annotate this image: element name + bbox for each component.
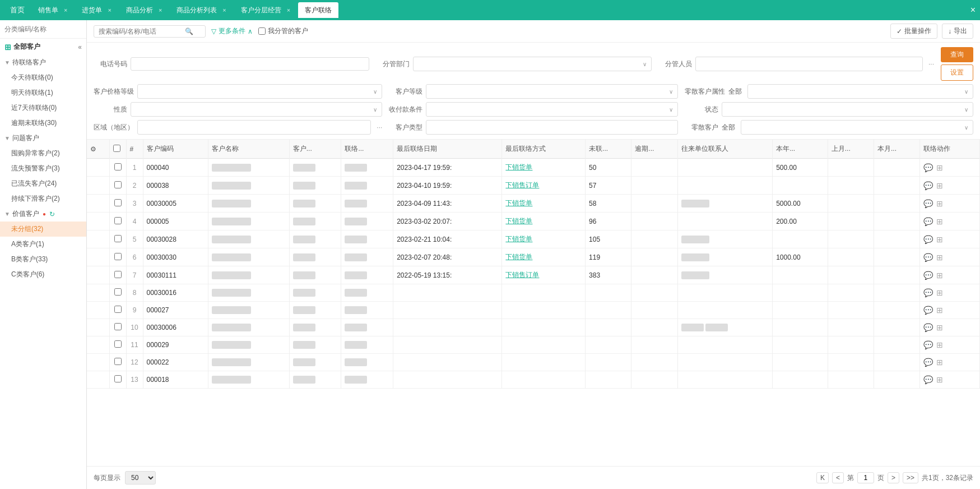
check-cell[interactable] — [109, 354, 126, 371]
sidebar-search-input[interactable] — [4, 25, 87, 33]
check-cell[interactable] — [109, 266, 126, 284]
select-all-checkbox[interactable] — [113, 145, 120, 152]
row-checkbox[interactable] — [114, 340, 122, 348]
qr-icon[interactable]: ⊞ — [936, 340, 943, 349]
sidebar-item-ungroup[interactable]: 未分组(32) — [0, 222, 86, 237]
search-input[interactable] — [99, 27, 183, 35]
row-checkbox[interactable] — [114, 358, 122, 365]
row-checkbox[interactable] — [114, 163, 122, 170]
check-cell[interactable] — [109, 248, 126, 266]
message-icon[interactable]: 💬 — [923, 340, 933, 349]
row-checkbox[interactable] — [114, 181, 122, 188]
unlisted-col-header[interactable]: 未联... — [586, 140, 631, 159]
close-purchase-tab[interactable]: × — [108, 7, 111, 13]
next-page-button[interactable]: > — [888, 472, 899, 483]
row-checkbox[interactable] — [114, 235, 122, 242]
row-checkbox[interactable] — [114, 375, 122, 382]
message-icon[interactable]: 💬 — [923, 288, 933, 297]
my-customers-check[interactable] — [258, 27, 266, 35]
tab-product-analysis[interactable]: 商品分析 × — [119, 2, 169, 18]
check-cell[interactable] — [109, 319, 126, 336]
qr-icon[interactable]: ⊞ — [936, 217, 943, 226]
sidebar-item-tomorrow[interactable]: 明天待联络(1) — [0, 85, 86, 100]
batch-operations-button[interactable]: ✓ 批量操作 — [890, 24, 937, 39]
tab-product-analysis-list[interactable]: 商品分析列表 × — [170, 2, 233, 18]
last-contact-date-col-header[interactable]: 最后联络日期 — [393, 140, 502, 159]
person-select[interactable] — [695, 57, 923, 71]
collapse-icon[interactable]: « — [78, 43, 82, 51]
tab-purchase[interactable]: 进货单 × — [75, 2, 118, 18]
contacts-col-header[interactable]: 往来单位联系人 — [677, 140, 773, 159]
window-close-button[interactable]: × — [970, 5, 976, 15]
sidebar-group-pending[interactable]: ▼ 待联络客户 — [0, 55, 86, 70]
message-icon[interactable]: 💬 — [923, 181, 933, 190]
contact-col-header[interactable]: 联络... — [341, 140, 393, 159]
last-month-col-header[interactable]: 上月... — [828, 140, 874, 159]
check-cell[interactable] — [109, 177, 126, 195]
message-icon[interactable]: 💬 — [923, 306, 933, 315]
this-month-col-header[interactable]: 本月... — [874, 140, 920, 159]
message-icon[interactable]: 💬 — [923, 253, 933, 262]
message-icon[interactable]: 💬 — [923, 217, 933, 226]
check-cell[interactable] — [109, 159, 126, 177]
customer-type-select[interactable] — [426, 120, 677, 135]
qr-icon[interactable]: ⊞ — [936, 253, 943, 262]
name-col-header[interactable]: 客户名称 — [208, 140, 289, 159]
last-method-link[interactable]: 下销售订单 — [505, 181, 539, 189]
message-icon[interactable]: 💬 — [923, 163, 933, 172]
region-select[interactable] — [137, 120, 371, 135]
close-sales-tab[interactable]: × — [64, 7, 67, 13]
refresh-icon[interactable]: ↻ — [49, 210, 55, 218]
sidebar-item-lost[interactable]: 已流失客户(24) — [0, 176, 86, 191]
last-method-link[interactable]: 下销售订单 — [505, 271, 539, 279]
check-col-header[interactable] — [109, 140, 126, 159]
qr-icon[interactable]: ⊞ — [936, 199, 943, 208]
dots-icon[interactable]: ··· — [928, 60, 934, 68]
check-cell[interactable] — [109, 230, 126, 248]
payment-select[interactable]: ∨ — [426, 102, 677, 117]
nature-select[interactable]: ∨ — [131, 102, 382, 117]
overdue-col-header[interactable]: 逾期... — [631, 140, 677, 159]
sidebar-item-class-c[interactable]: C类客户(6) — [0, 267, 86, 282]
sidebar-group-value[interactable]: ▼ 价值客户 ● ↻ — [0, 206, 86, 222]
close-customer-segment-tab[interactable]: × — [287, 7, 290, 13]
tab-customer-contact[interactable]: 客户联络 — [298, 2, 338, 18]
last-method-link[interactable]: 下销货单 — [505, 235, 532, 243]
search-icon[interactable]: 🔍 — [185, 27, 193, 35]
last-page-button[interactable]: >> — [903, 472, 918, 483]
sidebar-item-warning[interactable]: 流失预警客户(3) — [0, 161, 86, 176]
dept-select[interactable]: ∨ — [413, 57, 652, 71]
row-checkbox[interactable] — [114, 306, 122, 313]
sidebar-item-class-a[interactable]: A类客户(1) — [0, 237, 86, 252]
last-method-link[interactable]: 下销货单 — [505, 253, 532, 261]
row-checkbox[interactable] — [114, 217, 122, 224]
code-col-header[interactable]: 客户编码 — [143, 140, 208, 159]
more-conditions-button[interactable]: ▽ 更多条件 ∧ — [211, 26, 253, 36]
qr-icon[interactable]: ⊞ — [936, 271, 943, 280]
qr-icon[interactable]: ⊞ — [936, 323, 943, 332]
my-customers-checkbox[interactable]: 我分管的客户 — [258, 26, 308, 36]
row-checkbox[interactable] — [114, 288, 122, 296]
sidebar-item-abnormal[interactable]: 囤购异常客户(2) — [0, 146, 86, 161]
message-icon[interactable]: 💬 — [923, 199, 933, 208]
message-icon[interactable]: 💬 — [923, 323, 933, 332]
retail-customer-select[interactable]: ∨ — [741, 120, 973, 135]
page-input[interactable] — [857, 472, 874, 483]
tab-sales[interactable]: 销售单 × — [31, 2, 74, 18]
sidebar-group-problem[interactable]: ▼ 问题客户 — [0, 131, 86, 146]
check-cell[interactable] — [109, 195, 126, 213]
check-cell[interactable] — [109, 213, 126, 230]
qr-icon[interactable]: ⊞ — [936, 235, 943, 244]
close-product-analysis-list-tab[interactable]: × — [222, 7, 226, 13]
check-cell[interactable] — [109, 336, 126, 354]
last-method-link[interactable]: 下销货单 — [505, 163, 532, 171]
sidebar-item-class-b[interactable]: B类客户(33) — [0, 252, 86, 267]
close-product-analysis-tab[interactable]: × — [159, 7, 162, 13]
row-checkbox[interactable] — [114, 323, 122, 330]
sidebar-item-overdue[interactable]: 逾期未联络(30) — [0, 116, 86, 131]
sidebar-search-box[interactable]: 🔍 — [0, 20, 86, 39]
check-cell[interactable] — [109, 284, 126, 302]
region-dots-icon[interactable]: ··· — [377, 123, 382, 131]
this-year-col-header[interactable]: 本年... — [773, 140, 828, 159]
customer-level-select[interactable]: ∨ — [426, 84, 677, 99]
